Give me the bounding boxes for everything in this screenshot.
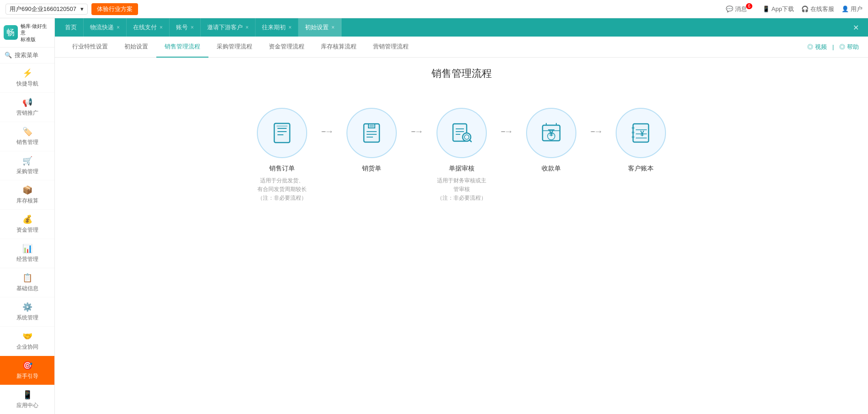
sub-tabs: 行业特性设置 初始设置 销售管理流程 采购管理流程 资金管理流程 库存核算流程 …: [55, 37, 868, 58]
service-item[interactable]: 🎧 在线客服: [801, 5, 834, 13]
user-item[interactable]: 👤 用户: [841, 5, 863, 13]
sub-tab-inventory-flow[interactable]: 库存核算流程: [313, 37, 365, 58]
nav-tab-initial-setup[interactable]: 初始设置 ×: [298, 18, 341, 37]
svg-line-16: [469, 140, 471, 142]
nav-tab-account-close[interactable]: ×: [191, 24, 194, 31]
nav-tabs: 首页 物流快递 × 在线支付 × 账号 × 邀请下游客户 × 往来期初 ×: [55, 18, 868, 37]
dropdown-icon: ▾: [80, 5, 84, 12]
top-bar-right: 💬 消息 6 📱 App下载 🎧 在线客服 👤 用户: [726, 5, 863, 13]
nav-tab-period-init-close[interactable]: ×: [288, 24, 292, 31]
app-label: App下载: [772, 5, 794, 13]
flow-circle-sales-order[interactable]: [257, 108, 307, 158]
sidebar-item-finance[interactable]: 💰 资金管理: [0, 210, 54, 239]
sidebar-item-basic-info[interactable]: 📋 基础信息: [0, 268, 54, 297]
sidebar-item-quick-nav[interactable]: ⚡ 快捷导航: [0, 64, 54, 93]
nav-tab-logistics-close[interactable]: ×: [117, 24, 120, 31]
headset-icon: 🎧: [801, 5, 809, 12]
operations-icon: 📊: [22, 244, 32, 254]
message-badge: 6: [746, 3, 752, 9]
nav-tab-invite[interactable]: 邀请下游客户 ×: [201, 18, 256, 37]
message-label: 消息: [735, 5, 747, 13]
sidebar-item-sales[interactable]: 🏷️ 销售管理: [0, 122, 54, 151]
search-label: 搜索菜单: [15, 51, 38, 59]
svg-rect-22: [632, 127, 634, 129]
sidebar-item-guide[interactable]: 🎯 新手引导: [0, 356, 54, 385]
page-title: 销售管理流程: [64, 67, 859, 80]
search-icon: 🔍: [5, 52, 12, 58]
sidebar-label-sales: 销售管理: [16, 138, 38, 146]
sub-tab-sales-flow-label: 销售管理流程: [165, 42, 200, 51]
flow-step-sales-invoice: 销货单: [330, 108, 413, 176]
nav-tab-initial-setup-label: 初始设置: [305, 23, 329, 32]
sub-tab-industry[interactable]: 行业特性设置: [64, 37, 116, 58]
sidebar-label-guide: 新手引导: [16, 372, 38, 380]
nav-tab-payment-label: 在线支付: [133, 23, 157, 32]
svg-rect-4: [277, 125, 288, 127]
finance-icon: 💰: [22, 214, 32, 224]
sidebar-item-inventory[interactable]: 📦 库存核算: [0, 180, 54, 210]
sub-tab-purchase-flow[interactable]: 采购管理流程: [208, 37, 261, 58]
sidebar-label-operations: 经营管理: [16, 255, 38, 263]
sub-tab-capital-flow[interactable]: 资金管理流程: [261, 37, 313, 58]
message-icon: 💬: [726, 5, 733, 12]
sidebar-label-quick-nav: 快捷导航: [16, 80, 38, 88]
sidebar-label-marketing: 营销推广: [16, 109, 38, 117]
page-content: 销售管理流程 销售订单 适用于分批发货、有合同: [55, 58, 868, 414]
sidebar-logo: 畅 畅库·做好生意 标准版: [0, 18, 54, 48]
sidebar-item-purchase[interactable]: 🛒 采购管理: [0, 151, 54, 180]
user-avatar-icon: 👤: [841, 5, 849, 12]
svg-rect-9: [369, 125, 374, 127]
nav-tab-home-label: 首页: [65, 23, 77, 32]
video-link[interactable]: ◎ 视频: [807, 43, 827, 51]
sidebar-item-app-center[interactable]: 📱 应用中心: [0, 385, 54, 414]
sidebar-item-collab[interactable]: 🤝 企业协同: [0, 327, 54, 356]
sidebar-label-inventory: 库存核算: [16, 197, 38, 205]
nav-tab-initial-setup-close[interactable]: ×: [331, 24, 335, 31]
nav-tab-home[interactable]: 首页: [59, 18, 84, 37]
nav-tab-logistics[interactable]: 物流快递 ×: [84, 18, 127, 37]
top-bar-left: 用户690企业1660120507 ▾ 体验行业方案: [5, 3, 138, 15]
flow-step-doc-review-desc: 适用于财务审核或主管审核（注：非必要流程）: [437, 176, 486, 203]
nav-tab-payment[interactable]: 在线支付 ×: [127, 18, 170, 37]
logo-icon: 畅: [4, 25, 18, 40]
nav-tab-period-init[interactable]: 往来期初 ×: [256, 18, 298, 37]
basic-info-icon: 📋: [22, 273, 32, 283]
nav-tab-payment-close[interactable]: ×: [160, 24, 163, 31]
trial-button[interactable]: 体验行业方案: [91, 3, 138, 15]
flow-step-doc-review-title: 单据审核: [449, 165, 474, 173]
flow-step-doc-review: 单据审核 适用于财务审核或主管审核（注：非必要流程）: [421, 108, 503, 203]
marketing-icon: 📢: [22, 97, 32, 107]
flow-step-customer-ledger-title: 客户账本: [628, 165, 654, 173]
flow-circle-doc-review[interactable]: [437, 108, 487, 158]
nav-tab-account[interactable]: 账号 ×: [170, 18, 201, 37]
flow-step-receipt: ¥ 收款单: [510, 108, 592, 176]
sidebar-search[interactable]: 🔍 搜索菜单: [0, 48, 54, 64]
flow-circle-sales-invoice[interactable]: [346, 108, 397, 158]
sub-tab-initial[interactable]: 初始设置: [116, 37, 156, 58]
nav-tab-invite-close[interactable]: ×: [245, 24, 249, 31]
app-download-item[interactable]: 📱 App下载: [762, 5, 794, 13]
collab-icon: 🤝: [22, 331, 32, 341]
help-link[interactable]: ◎ 帮助: [839, 43, 859, 51]
sub-tab-purchase-flow-label: 采购管理流程: [217, 42, 252, 51]
flow-circle-customer-ledger[interactable]: ¥: [616, 108, 666, 158]
purchase-icon: 🛒: [22, 156, 32, 166]
sidebar-label-collab: 企业协同: [16, 343, 38, 351]
sidebar-item-marketing[interactable]: 📢 营销推广: [0, 93, 54, 122]
sidebar-item-operations[interactable]: 📊 经营管理: [0, 239, 54, 268]
sub-tab-initial-label: 初始设置: [124, 42, 148, 51]
content-area: 首页 物流快递 × 在线支付 × 账号 × 邀请下游客户 × 往来期初 ×: [55, 18, 868, 414]
logo-line2: 标准版: [21, 36, 51, 42]
sub-tab-sales-flow[interactable]: 销售管理流程: [156, 37, 208, 58]
flow-circle-receipt[interactable]: ¥: [526, 108, 576, 158]
nav-tabs-close-button[interactable]: ✕: [847, 23, 864, 32]
service-label: 在线客服: [810, 5, 834, 13]
svg-text:¥: ¥: [549, 129, 554, 138]
sidebar-item-system[interactable]: ⚙️ 系统管理: [0, 297, 54, 327]
sales-icon: 🏷️: [22, 127, 32, 137]
sub-tab-marketing-flow[interactable]: 营销管理流程: [365, 37, 417, 58]
sidebar-label-purchase: 采购管理: [16, 168, 38, 175]
nav-tab-invite-label: 邀请下游客户: [207, 23, 243, 32]
user-selector[interactable]: 用户690企业1660120507 ▾: [5, 4, 88, 15]
message-item[interactable]: 💬 消息 6: [726, 5, 755, 13]
